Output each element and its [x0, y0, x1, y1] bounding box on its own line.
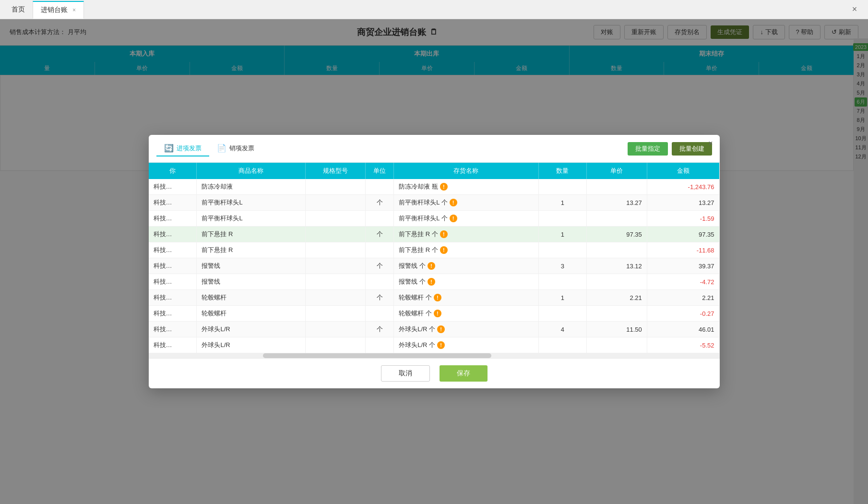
warning-icon: !: [450, 199, 457, 206]
cell-5: 3: [538, 258, 586, 274]
stock-name-cell: 报警线 个!: [394, 258, 538, 274]
table-row[interactable]: 科技…前平衡杆球头L个前平衡杆球头L 个!113.2713.27: [149, 195, 720, 211]
cell-5: [538, 179, 586, 195]
cell-2: [305, 179, 366, 195]
col-stock-name: 存货名称: [394, 163, 538, 179]
amount-cell: -5.52: [647, 337, 719, 353]
warning-icon: !: [437, 341, 445, 349]
warning-icon: !: [434, 310, 441, 317]
cell-2: [305, 242, 366, 258]
cell-1: 报警线: [197, 258, 305, 274]
table-row[interactable]: 科技…轮毂螺杆个轮毂螺杆 个!12.212.21: [149, 290, 720, 306]
modal-scrollbar-thumb[interactable]: [263, 353, 491, 358]
cell-3: [366, 306, 394, 322]
warning-icon: !: [428, 262, 435, 270]
cell-1: 轮毂螺杆: [197, 306, 305, 322]
cell-5: [538, 274, 586, 290]
table-row[interactable]: 科技…报警线个报警线 个!313.1239.37: [149, 258, 720, 274]
table-row[interactable]: 科技…防冻冷却液防冻冷却液 瓶!-1,243.76: [149, 179, 720, 195]
stock-name-cell: 前平衡杆球头L 个!: [394, 211, 538, 227]
batch-create-button[interactable]: 批量创建: [672, 142, 712, 156]
amount-cell: -1,243.76: [647, 179, 719, 195]
stock-name-cell: 轮毂螺杆 个!: [394, 306, 538, 322]
batch-assign-button[interactable]: 批量指定: [628, 142, 668, 156]
cell-5: 4: [538, 322, 586, 337]
warning-icon: !: [437, 325, 445, 333]
table-row[interactable]: 科技…外球头L/R外球头L/R 个!-5.52: [149, 337, 720, 353]
cell-5: [538, 242, 586, 258]
stock-name-cell: 前下悬挂 R 个!: [394, 227, 538, 242]
amount-cell: -4.72: [647, 274, 719, 290]
cell-6: [587, 211, 647, 227]
cancel-button[interactable]: 取消: [381, 365, 430, 382]
table-row[interactable]: 科技…外球头L/R个外球头L/R 个!411.5046.01: [149, 322, 720, 337]
cell-6: [587, 274, 647, 290]
modal-scrollbar[interactable]: [149, 353, 720, 358]
warning-icon: !: [440, 230, 448, 238]
amount-cell: 2.21: [647, 290, 719, 306]
main-area: 销售成本计算方法： 月平均 商贸企业进销台账 🗒 对账 重新开账 存货别名 生成…: [0, 19, 868, 504]
stock-name-cell: 前平衡杆球头L 个!: [394, 195, 538, 211]
modal-close-button[interactable]: ×: [708, 140, 713, 147]
cell-2: [305, 274, 366, 290]
save-button[interactable]: 保存: [440, 365, 488, 382]
cell-6: [587, 306, 647, 322]
tab-home[interactable]: 首页: [4, 1, 33, 18]
table-row[interactable]: 科技…前平衡杆球头L前平衡杆球头L 个!-1.59: [149, 211, 720, 227]
cell-1: 外球头L/R: [197, 337, 305, 353]
amount-cell: -0.27: [647, 306, 719, 322]
cell-0: 科技…: [149, 179, 197, 195]
tab1-label: 进项发票: [177, 144, 202, 153]
tab-home-label: 首页: [12, 5, 25, 13]
table-row[interactable]: 科技…前下悬挂 R个前下悬挂 R 个!197.3597.35: [149, 227, 720, 242]
cell-1: 轮毂螺杆: [197, 290, 305, 306]
modal-table-body: 科技…防冻冷却液防冻冷却液 瓶!-1,243.76科技…前平衡杆球头L个前平衡杆…: [149, 179, 720, 353]
table-row[interactable]: 科技…前下悬挂 R前下悬挂 R 个!-11.68: [149, 242, 720, 258]
amount-cell: 46.01: [647, 322, 719, 337]
cell-1: 外球头L/R: [197, 322, 305, 337]
table-header-row: 你 商品名称 规格型号 单位 存货名称 数量 单价 金额: [149, 163, 720, 179]
cell-1: 前平衡杆球头L: [197, 195, 305, 211]
cell-5: [538, 306, 586, 322]
cell-2: [305, 258, 366, 274]
col-qty: 数量: [538, 163, 586, 179]
window-close-button[interactable]: ×: [845, 0, 864, 19]
tab-outgoing-invoice[interactable]: 📄 销项发票: [209, 141, 262, 156]
cell-3: [366, 337, 394, 353]
table-row[interactable]: 科技…轮毂螺杆轮毂螺杆 个!-0.27: [149, 306, 720, 322]
cell-0: 科技…: [149, 290, 197, 306]
warning-icon: !: [440, 246, 448, 254]
tab-incoming-invoice[interactable]: 🔄 进项发票: [156, 141, 209, 156]
tab2-label: 销项发票: [229, 144, 254, 153]
cell-0: 科技…: [149, 274, 197, 290]
col-amount: 金额: [647, 163, 719, 179]
cell-6: [587, 242, 647, 258]
modal-header-actions: 批量指定 批量创建: [628, 142, 712, 156]
cell-5: [538, 337, 586, 353]
stock-name-cell: 报警线 个!: [394, 274, 538, 290]
cell-3: 个: [366, 290, 394, 306]
tab2-icon: 📄: [217, 144, 226, 153]
cell-2: [305, 195, 366, 211]
col-unit: 单位: [366, 163, 394, 179]
modal-footer: 取消 保存: [149, 358, 720, 388]
table-row[interactable]: 科技…报警线报警线 个!-4.72: [149, 274, 720, 290]
cell-0: 科技…: [149, 258, 197, 274]
warning-icon: !: [434, 294, 441, 301]
cell-3: 个: [366, 227, 394, 242]
cell-6: 11.50: [587, 322, 647, 337]
cell-6: 13.12: [587, 258, 647, 274]
tab-ledger-close[interactable]: ×: [72, 7, 76, 13]
cell-5: 1: [538, 195, 586, 211]
cell-2: [305, 211, 366, 227]
warning-icon: !: [450, 215, 457, 222]
cell-3: 个: [366, 195, 394, 211]
tab-ledger[interactable]: 进销台账 ×: [33, 1, 84, 19]
cell-6: [587, 337, 647, 353]
warning-icon: !: [440, 183, 448, 191]
cell-1: 防冻冷却液: [197, 179, 305, 195]
cell-1: 前下悬挂 R: [197, 242, 305, 258]
amount-cell: 39.37: [647, 258, 719, 274]
amount-cell: 13.27: [647, 195, 719, 211]
cell-5: 1: [538, 290, 586, 306]
